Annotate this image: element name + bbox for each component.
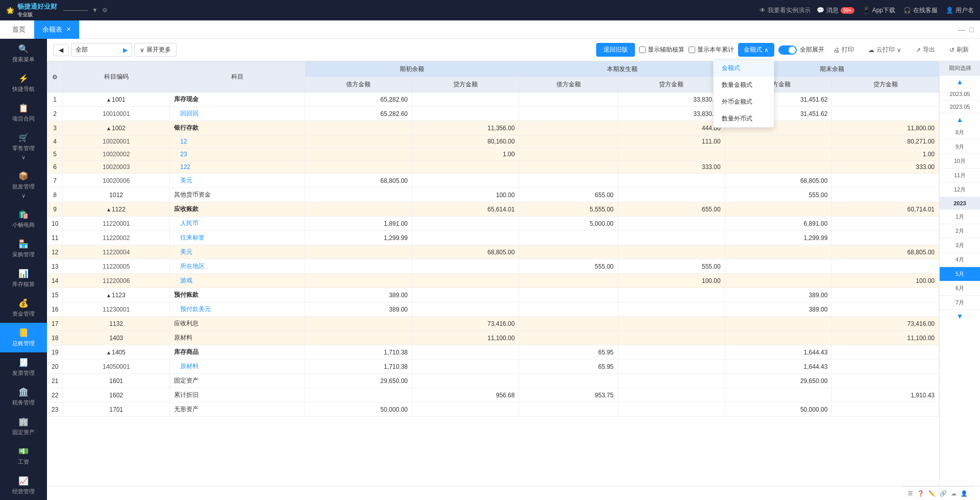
message-action[interactable]: 💬 消息 99+ bbox=[817, 6, 854, 15]
amount-mode-button[interactable]: 金额式 ∧ bbox=[738, 43, 774, 57]
tab-maximize-icon[interactable]: □ bbox=[970, 26, 974, 34]
tab-balance-close[interactable]: ✕ bbox=[66, 26, 71, 33]
user-action[interactable]: 👤 用户名 bbox=[946, 6, 974, 15]
period-item-2023-05-start[interactable]: 2023.05 bbox=[940, 88, 980, 101]
period-item-3[interactable]: 3月 bbox=[940, 239, 980, 253]
sidebar-item-invoice[interactable]: 🧾 发票管理 bbox=[0, 352, 47, 382]
sidebar-item-inventory[interactable]: 📊 库存核算 bbox=[0, 264, 47, 293]
row-cp-credit: 655.00 bbox=[618, 202, 725, 217]
auxiliary-label: 显示辅助核算 bbox=[648, 45, 684, 54]
dropdown-item-qty-foreign[interactable]: 数量外币式 bbox=[714, 110, 774, 127]
cloud-print-button[interactable]: ☁ 云打印 ∨ bbox=[863, 43, 906, 57]
sidebar-item-retail[interactable]: 🛒 零售管理 ∨ bbox=[0, 128, 47, 166]
row-name[interactable]: 预付款美元 bbox=[170, 302, 305, 317]
period-nav-up2[interactable]: ▲ bbox=[940, 113, 980, 126]
ledger-icon: 📒 bbox=[18, 328, 29, 338]
service-action[interactable]: 🎧 在线客服 bbox=[903, 6, 938, 15]
tab-minimize-icon[interactable]: — bbox=[959, 26, 966, 34]
edit-icon[interactable]: ✏️ bbox=[928, 490, 936, 497]
row-name[interactable]: 所在地区 bbox=[170, 259, 305, 274]
row-no: 23 bbox=[47, 402, 63, 417]
sidebar-item-payroll[interactable]: 💵 工资 bbox=[0, 441, 47, 471]
table-row: 19 ▴ 1405 库存商品 1,710.38 65.95 1,644.43 bbox=[47, 345, 939, 360]
lang-icon[interactable]: 英 bbox=[908, 490, 913, 497]
row-cb-credit bbox=[832, 217, 939, 231]
row-name[interactable]: 12 bbox=[170, 135, 305, 148]
link-icon[interactable]: 🔗 bbox=[940, 490, 947, 497]
download-action[interactable]: 📱 App下载 bbox=[863, 6, 895, 15]
row-name[interactable]: 23 bbox=[170, 148, 305, 161]
row-name[interactable]: 美元 bbox=[170, 245, 305, 259]
expand-all-switch[interactable] bbox=[778, 45, 797, 55]
settings-icon[interactable]: ⚙ bbox=[102, 7, 108, 14]
sidebar-item-contract[interactable]: 📋 项目合同 bbox=[0, 98, 47, 128]
period-item-10[interactable]: 10月 bbox=[940, 154, 980, 169]
row-ob-credit bbox=[412, 302, 519, 317]
sidebar-item-tax[interactable]: 🏛️ 税务管理 bbox=[0, 382, 47, 412]
table-settings-cell[interactable]: ⚙ bbox=[47, 62, 63, 92]
row-ob-credit: 11,100.00 bbox=[412, 331, 519, 345]
row-name[interactable]: 原材料 bbox=[170, 360, 305, 374]
period-item-1[interactable]: 1月 bbox=[940, 210, 980, 224]
cloud-print-arrow: ∨ bbox=[897, 46, 901, 54]
return-old-button[interactable]: 退回旧版 bbox=[596, 43, 635, 57]
period-item-5[interactable]: 5月 bbox=[940, 267, 980, 281]
print-button[interactable]: 🖨 打印 bbox=[828, 43, 859, 57]
row-cb-credit bbox=[832, 288, 939, 302]
row-name[interactable]: 往来标签 bbox=[170, 231, 305, 245]
row-name[interactable]: 122 bbox=[170, 161, 305, 174]
tab-balance[interactable]: 余额表 ✕ bbox=[34, 20, 80, 39]
dropdown-item-amount[interactable]: 金额式 bbox=[714, 60, 774, 77]
yearly-checkbox[interactable] bbox=[689, 46, 695, 53]
print-label: 打印 bbox=[842, 45, 854, 54]
back-button[interactable]: ◀ bbox=[53, 44, 69, 56]
period-item-2[interactable]: 2月 bbox=[940, 224, 980, 239]
row-name[interactable]: 回回回 bbox=[170, 107, 305, 121]
row-no: 2 bbox=[47, 107, 63, 121]
period-item-4[interactable]: 4月 bbox=[940, 253, 980, 267]
sidebar-item-ledger[interactable]: 📒 总账管理 bbox=[0, 323, 47, 352]
row-name[interactable]: 美元 bbox=[170, 174, 305, 188]
table-row: 2 10010001 回回回 65,282.60 33,830.98 31,45… bbox=[47, 107, 939, 121]
app-edition: 专业版 bbox=[17, 11, 57, 18]
dropdown-item-qty-amount[interactable]: 数量金额式 bbox=[714, 77, 774, 93]
dropdown-item-foreign-amount[interactable]: 外币金额式 bbox=[714, 93, 774, 110]
tab-bar: 首页 余额表 ✕ — □ bbox=[0, 20, 980, 39]
demo-link[interactable]: 👁 我要看实例演示 bbox=[760, 6, 811, 15]
yearly-checkbox-group: 显示本年累计 bbox=[689, 45, 734, 54]
row-name[interactable]: 人民币 bbox=[170, 217, 305, 231]
sidebar-item-operations[interactable]: 📈 经营管理 bbox=[0, 471, 47, 500]
window-dropdown-icon[interactable]: ▼ bbox=[92, 7, 98, 14]
period-nav-down[interactable]: ▼ bbox=[940, 310, 980, 322]
sidebar-item-capital[interactable]: 💰 资金管理 bbox=[0, 293, 47, 323]
export-button[interactable]: ↗ 导出 bbox=[911, 43, 940, 57]
period-item-2023-05-end[interactable]: 2023.05 bbox=[940, 101, 980, 113]
row-name[interactable]: 游戏 bbox=[170, 274, 305, 288]
period-item-8[interactable]: 8月 bbox=[940, 126, 980, 140]
retail-icon: 🛒 bbox=[18, 133, 29, 142]
period-item-11[interactable]: 11月 bbox=[940, 169, 980, 183]
help-icon[interactable]: ❓ bbox=[917, 490, 924, 497]
refresh-button[interactable]: ↺ 刷新 bbox=[944, 43, 974, 57]
row-cp-debit bbox=[519, 121, 618, 135]
sidebar-item-fixed-assets[interactable]: 🏢 固定资产 bbox=[0, 412, 47, 441]
sidebar-item-purchase[interactable]: 🏪 采购管理 bbox=[0, 234, 47, 264]
period-item-2023[interactable]: 2023 bbox=[940, 197, 980, 210]
sidebar-item-search[interactable]: 🔍 搜索菜单 bbox=[0, 39, 47, 68]
auxiliary-checkbox[interactable] bbox=[639, 46, 646, 53]
period-item-7[interactable]: 7月 bbox=[940, 296, 980, 310]
account-selector[interactable]: 全部 ▶ bbox=[71, 43, 132, 57]
period-item-12[interactable]: 12月 bbox=[940, 183, 980, 197]
expand-more-button[interactable]: ∨ 展开更多 bbox=[134, 43, 177, 57]
tab-home[interactable]: 首页 bbox=[4, 20, 34, 39]
period-item-6[interactable]: 6月 bbox=[940, 281, 980, 296]
row-no: 18 bbox=[47, 331, 63, 345]
user2-icon[interactable]: 👤 bbox=[961, 490, 968, 497]
account-selector-arrow: ▶ bbox=[123, 46, 128, 54]
cloud-icon[interactable]: ☁ bbox=[951, 490, 957, 497]
period-item-9[interactable]: 9月 bbox=[940, 140, 980, 154]
sidebar-item-wholesale[interactable]: 📦 批发管理 ∨ bbox=[0, 166, 47, 204]
period-nav-up[interactable]: ▲ bbox=[940, 76, 980, 88]
sidebar-item-quicknav[interactable]: ⚡ 快捷导航 bbox=[0, 68, 47, 98]
sidebar-item-ecommerce[interactable]: 🛍️ 小畅电商 bbox=[0, 204, 47, 234]
